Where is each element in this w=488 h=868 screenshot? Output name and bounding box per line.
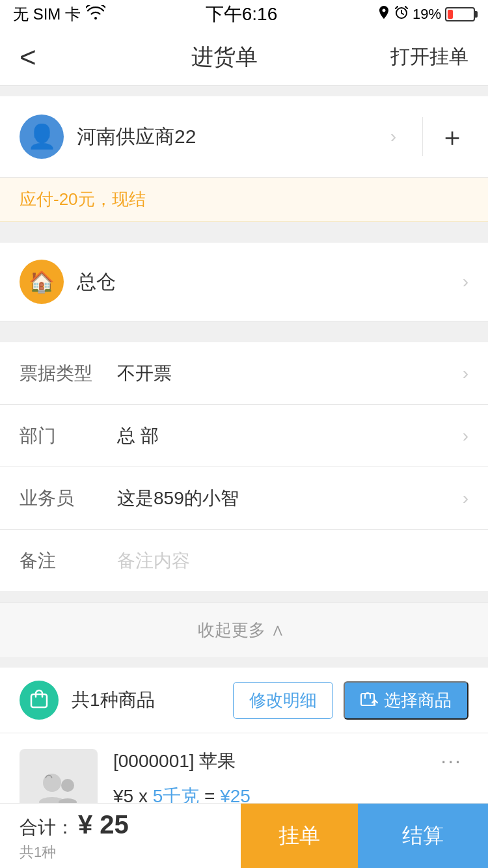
sales-label: 业务员 bbox=[20, 486, 98, 511]
invoice-value: 不开票 bbox=[98, 361, 463, 386]
warehouse-section: 🏠 总仓 › bbox=[0, 243, 488, 321]
total-label-row: 合计： ¥ 25 bbox=[20, 810, 221, 840]
vertical-divider bbox=[422, 117, 423, 156]
dept-value: 总 部 bbox=[98, 424, 463, 448]
svg-rect-1 bbox=[31, 694, 47, 707]
goods-header: 共1种商品 修改明细 选择商品 bbox=[0, 668, 488, 733]
modify-detail-button[interactable]: 修改明细 bbox=[233, 682, 333, 719]
goods-icon-wrap bbox=[20, 681, 59, 720]
pend-button[interactable]: 挂单 bbox=[241, 804, 358, 868]
supplier-name: 河南供应商22 bbox=[77, 124, 390, 150]
page-title: 进货单 bbox=[191, 42, 258, 72]
divider-1 bbox=[0, 86, 488, 96]
total-section: 合计： ¥ 25 共1种 bbox=[0, 804, 241, 868]
status-carrier: 无 SIM 卡 bbox=[13, 4, 105, 25]
open-pending-button[interactable]: 打开挂单 bbox=[390, 44, 468, 70]
sales-value: 这是859的小智 bbox=[98, 486, 463, 511]
checkout-label: 结算 bbox=[402, 822, 444, 850]
choose-goods-label: 选择商品 bbox=[384, 689, 452, 712]
wifi-icon bbox=[86, 5, 105, 23]
invoice-label: 票据类型 bbox=[20, 361, 98, 386]
invoice-chevron-icon: › bbox=[463, 363, 468, 384]
checkout-button[interactable]: 结算 bbox=[358, 804, 488, 868]
warehouse-row[interactable]: 🏠 总仓 › bbox=[0, 243, 488, 321]
status-icons: 19% bbox=[377, 5, 475, 23]
collapse-label: 收起更多 ∧ bbox=[198, 619, 284, 642]
product-title: 苹果 bbox=[199, 751, 236, 771]
battery-text: 19% bbox=[413, 6, 441, 23]
supplier-section: 👤 河南供应商22 › ＋ 应付-20元，现结 bbox=[0, 96, 488, 222]
add-supplier-button[interactable]: ＋ bbox=[436, 119, 468, 155]
product-name: [0000001] 苹果 bbox=[113, 749, 418, 774]
total-sub-label: 共1种 bbox=[20, 843, 221, 862]
notice-bar: 应付-20元，现结 bbox=[0, 178, 488, 222]
bottom-bar: 合计： ¥ 25 共1种 挂单 结算 bbox=[0, 803, 488, 868]
goods-count-label: 共1种商品 bbox=[72, 688, 233, 712]
nav-bar: < 进货单 打开挂单 bbox=[0, 29, 488, 86]
form-section: 票据类型 不开票 › 部门 总 部 › 业务员 这是859的小智 › 备注 备注… bbox=[0, 342, 488, 592]
total-amount: ¥ 25 bbox=[78, 810, 129, 839]
warehouse-name: 总仓 bbox=[77, 269, 463, 295]
dept-chevron-icon: › bbox=[463, 426, 468, 446]
back-button[interactable]: < bbox=[20, 41, 59, 74]
remark-input[interactable]: 备注内容 bbox=[98, 549, 468, 573]
status-time: 下午6:16 bbox=[206, 2, 278, 27]
supplier-chevron-icon: › bbox=[390, 126, 396, 147]
svg-point-3 bbox=[43, 774, 61, 792]
supplier-avatar: 👤 bbox=[20, 115, 64, 159]
warehouse-icon: 🏠 bbox=[29, 269, 55, 294]
status-bar: 无 SIM 卡 下午6:16 19% bbox=[0, 0, 488, 29]
shopping-bag-icon bbox=[29, 688, 49, 713]
notice-text: 应付-20元，现结 bbox=[20, 189, 146, 209]
location-icon bbox=[377, 5, 390, 23]
pend-label: 挂单 bbox=[278, 822, 320, 850]
warehouse-chevron-icon: › bbox=[463, 271, 468, 292]
svg-rect-2 bbox=[361, 694, 374, 705]
sales-row[interactable]: 业务员 这是859的小智 › bbox=[0, 467, 488, 530]
battery-icon bbox=[445, 7, 475, 21]
collapse-row[interactable]: 收起更多 ∧ bbox=[0, 603, 488, 657]
carrier-text: 无 SIM 卡 bbox=[13, 4, 81, 25]
dept-row[interactable]: 部门 总 部 › bbox=[0, 405, 488, 467]
alarm-icon bbox=[394, 5, 409, 23]
product-code: [0000001] bbox=[113, 751, 199, 771]
remark-row[interactable]: 备注 备注内容 bbox=[0, 530, 488, 592]
choose-goods-button[interactable]: 选择商品 bbox=[344, 681, 468, 720]
supplier-row[interactable]: 👤 河南供应商22 › ＋ bbox=[0, 96, 488, 178]
sales-chevron-icon: › bbox=[463, 488, 468, 509]
total-label-text: 合计： bbox=[20, 815, 74, 840]
product-info: [0000001] 苹果 ¥5 x 5千克 = ¥25 bbox=[113, 749, 418, 809]
more-options-button[interactable]: ··· bbox=[434, 749, 468, 773]
dept-label: 部门 bbox=[20, 424, 98, 448]
divider-3 bbox=[0, 321, 488, 332]
person-icon: 👤 bbox=[27, 123, 57, 150]
remark-label: 备注 bbox=[20, 549, 98, 573]
invoice-row[interactable]: 票据类型 不开票 › bbox=[0, 342, 488, 405]
warehouse-icon-wrap: 🏠 bbox=[20, 260, 64, 304]
divider-2 bbox=[0, 222, 488, 232]
svg-point-5 bbox=[61, 779, 74, 792]
